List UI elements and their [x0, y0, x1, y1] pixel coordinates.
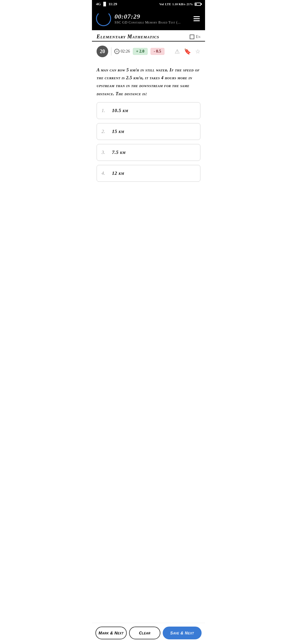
hamburger-line-1 — [193, 16, 200, 17]
subject-tab: Elementary Mathematics En — [92, 30, 205, 42]
option-3[interactable]: 3. 7.5 km — [97, 144, 200, 161]
negative-score-badge: - 0.5 — [151, 48, 164, 55]
status-right: Vol LTE 1.10 KB/s 21% — [159, 2, 201, 6]
status-time: 11:29 — [108, 2, 117, 6]
mark-next-button[interactable]: Mark & Next — [95, 627, 127, 639]
option-3-num: 3. — [102, 150, 107, 155]
speed-label: 1.10 KB/s — [172, 2, 185, 6]
option-1-num: 1. — [102, 108, 107, 114]
header-text: 00:07:29 SSC GD Constable Memory Based T… — [115, 13, 189, 25]
hamburger-line-3 — [193, 20, 200, 21]
positive-score-badge: + 2.0 — [133, 48, 148, 55]
clear-button[interactable]: Clear — [129, 627, 160, 639]
hamburger-line-2 — [193, 18, 200, 19]
options-list: 1. 10.5 km 2. 15 km 3. 7.5 km 4. 12 km — [92, 100, 205, 186]
timer-circle-icon — [96, 11, 111, 26]
question-body: A man can row 5 km/h in still water. If … — [92, 61, 205, 100]
option-4-text: 12 km — [112, 170, 124, 176]
battery-icon — [195, 3, 201, 6]
meta-action-icons: ⚠ 🔖 ☆ — [175, 48, 200, 55]
header: 00:07:29 SSC GD Constable Memory Based T… — [92, 8, 205, 30]
lte-label: LTE — [165, 2, 171, 6]
status-bar: 4G ▐▌ 11:29 Vol LTE 1.10 KB/s 21% — [92, 0, 205, 8]
question-text: A man can row 5 km/h in still water. If … — [97, 66, 200, 98]
status-left: 4G ▐▌ 11:29 — [96, 2, 117, 6]
question-meta-row: 20 ⏱ 02:26 + 2.0 - 0.5 ⚠ 🔖 ☆ — [92, 42, 205, 61]
option-2[interactable]: 2. 15 km — [97, 123, 200, 140]
english-checkbox[interactable] — [190, 35, 194, 39]
option-4-num: 4. — [102, 170, 107, 176]
star-icon[interactable]: ☆ — [195, 48, 200, 55]
header-timer: 00:07:29 — [115, 13, 189, 20]
bookmark-icon[interactable]: 🔖 — [184, 48, 191, 55]
clock-icon: ⏱ — [114, 49, 119, 54]
battery-percent: 21% — [186, 2, 193, 6]
option-2-num: 2. — [102, 129, 107, 134]
english-label: En — [196, 35, 200, 39]
option-1[interactable]: 1. 10.5 km — [97, 102, 200, 119]
vol-label: Vol — [159, 2, 164, 6]
meta-divider — [111, 47, 111, 55]
network-indicator: 4G — [96, 2, 101, 6]
bottom-action-bar: Mark & Next Clear Save & Next — [92, 623, 205, 644]
save-next-button[interactable]: Save & Next — [163, 627, 202, 639]
option-4[interactable]: 4. 12 km — [97, 165, 200, 182]
question-time-value: 02:26 — [121, 49, 130, 54]
menu-button[interactable] — [192, 15, 201, 22]
bottom-spacer — [92, 186, 205, 204]
english-toggle[interactable]: En — [190, 35, 200, 39]
option-1-text: 10.5 km — [112, 108, 128, 114]
question-number-badge: 20 — [97, 46, 108, 57]
warning-icon[interactable]: ⚠ — [175, 48, 180, 55]
option-3-text: 7.5 km — [112, 150, 126, 155]
option-2-text: 15 km — [112, 129, 124, 134]
header-subtitle: SSC GD Constable Memory Based Test (... — [115, 20, 189, 25]
question-timer: ⏱ 02:26 — [114, 49, 130, 54]
subject-name: Elementary Mathematics — [97, 34, 159, 40]
signal-icon: ▐▌ — [102, 2, 107, 6]
